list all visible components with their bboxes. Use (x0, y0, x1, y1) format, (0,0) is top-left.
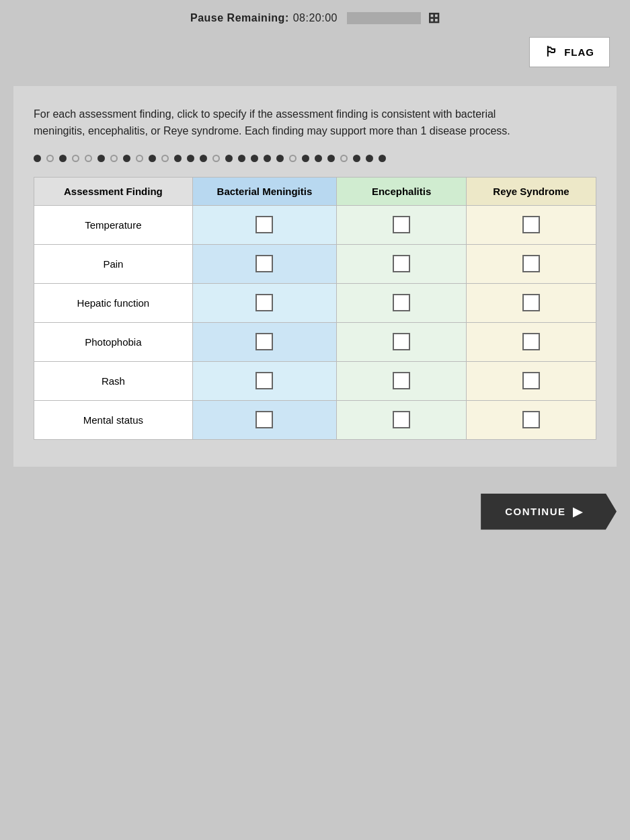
progress-dot-17 (251, 155, 258, 162)
continue-area: CONTINUE ▶ (13, 494, 617, 530)
progress-dot-19 (276, 155, 284, 162)
finding-cell-1: Pain (34, 244, 193, 283)
matrix-table: Assessment Finding Bacterial Meningitis … (34, 177, 596, 440)
top-bar: Pause Remaining: 08:20:00 ⊞ (0, 0, 630, 32)
progress-dot-8 (136, 155, 143, 162)
table-row: Pain (34, 244, 596, 283)
progress-dot-20 (289, 155, 297, 162)
progress-dot-6 (110, 155, 118, 162)
table-row: Hepatic function (34, 283, 596, 322)
bacterial-cell-4 (192, 361, 336, 400)
progress-dot-1 (46, 155, 54, 162)
finding-cell-4: Rash (34, 361, 193, 400)
pause-label: Pause Remaining: (190, 12, 289, 24)
table-header-row: Assessment Finding Bacterial Meningitis … (34, 177, 596, 205)
bacterial-checkbox-1[interactable] (255, 255, 273, 272)
progress-dot-15 (225, 155, 233, 162)
bacterial-checkbox-2[interactable] (255, 294, 273, 311)
flag-icon: 🏳 (545, 44, 559, 60)
progress-dot-10 (161, 155, 169, 162)
col-header-finding: Assessment Finding (34, 177, 193, 205)
progress-dot-14 (212, 155, 220, 162)
bacterial-checkbox-4[interactable] (255, 372, 273, 389)
finding-cell-2: Hepatic function (34, 283, 193, 322)
table-row: Mental status (34, 400, 596, 439)
progress-dot-9 (149, 155, 156, 162)
progress-dot-5 (97, 155, 105, 162)
col-header-encephalitis: Encephalitis (337, 177, 467, 205)
progress-dot-16 (238, 155, 245, 162)
table-row: Photophobia (34, 322, 596, 361)
progress-dot-22 (315, 155, 322, 162)
reye-cell-0 (467, 205, 596, 244)
continue-label: CONTINUE (505, 506, 565, 517)
encephalitis-cell-3 (337, 322, 467, 361)
finding-cell-5: Mental status (34, 400, 193, 439)
col-header-reye: Reye Syndrome (467, 177, 596, 205)
reye-checkbox-3[interactable] (522, 333, 540, 350)
bacterial-cell-0 (192, 205, 336, 244)
progress-dot-2 (59, 155, 67, 162)
bacterial-cell-1 (192, 244, 336, 283)
progress-dot-3 (72, 155, 79, 162)
reye-checkbox-4[interactable] (522, 372, 540, 389)
reye-checkbox-1[interactable] (522, 255, 540, 272)
dots-row (34, 155, 596, 162)
reye-cell-3 (467, 322, 596, 361)
progress-dot-12 (187, 155, 194, 162)
progress-dot-25 (353, 155, 360, 162)
bacterial-cell-5 (192, 400, 336, 439)
progress-dot-24 (340, 155, 348, 162)
reye-cell-5 (467, 400, 596, 439)
progress-dot-13 (200, 155, 207, 162)
reye-checkbox-2[interactable] (522, 294, 540, 311)
flag-label: FLAG (564, 46, 594, 58)
encephalitis-checkbox-0[interactable] (393, 216, 410, 233)
reye-checkbox-5[interactable] (522, 411, 540, 428)
encephalitis-cell-4 (337, 361, 467, 400)
reye-cell-4 (467, 361, 596, 400)
encephalitis-cell-0 (337, 205, 467, 244)
bacterial-checkbox-0[interactable] (255, 216, 273, 233)
reye-cell-2 (467, 283, 596, 322)
progress-dot-23 (327, 155, 335, 162)
bacterial-checkbox-5[interactable] (255, 411, 273, 428)
grid-icon: ⊞ (428, 9, 440, 27)
progress-dot-0 (34, 155, 41, 162)
progress-dot-4 (85, 155, 92, 162)
progress-dot-7 (123, 155, 130, 162)
encephalitis-cell-2 (337, 283, 467, 322)
col-header-bacterial: Bacterial Meningitis (192, 177, 336, 205)
continue-button[interactable]: CONTINUE ▶ (481, 494, 617, 530)
progress-dot-26 (366, 155, 373, 162)
bacterial-checkbox-3[interactable] (255, 333, 273, 350)
bacterial-cell-3 (192, 322, 336, 361)
finding-cell-0: Temperature (34, 205, 193, 244)
progress-dot-11 (174, 155, 182, 162)
flag-button[interactable]: 🏳 FLAG (529, 37, 610, 67)
encephalitis-checkbox-1[interactable] (393, 255, 410, 272)
instruction-text: For each assessment finding, click to sp… (34, 106, 545, 140)
encephalitis-cell-5 (337, 400, 467, 439)
main-content: For each assessment finding, click to sp… (13, 86, 617, 467)
table-row: Rash (34, 361, 596, 400)
pause-time: 08:20:00 (293, 12, 338, 24)
timer-progress-bar (347, 12, 421, 24)
encephalitis-cell-1 (337, 244, 467, 283)
progress-dot-18 (264, 155, 271, 162)
encephalitis-checkbox-5[interactable] (393, 411, 410, 428)
reye-cell-1 (467, 244, 596, 283)
encephalitis-checkbox-3[interactable] (393, 333, 410, 350)
progress-dot-27 (379, 155, 386, 162)
table-row: Temperature (34, 205, 596, 244)
progress-dot-21 (302, 155, 309, 162)
bacterial-cell-2 (192, 283, 336, 322)
arrow-icon: ▶ (573, 504, 584, 519)
encephalitis-checkbox-4[interactable] (393, 372, 410, 389)
finding-cell-3: Photophobia (34, 322, 193, 361)
encephalitis-checkbox-2[interactable] (393, 294, 410, 311)
reye-checkbox-0[interactable] (522, 216, 540, 233)
flag-btn-container: 🏳 FLAG (529, 37, 610, 67)
